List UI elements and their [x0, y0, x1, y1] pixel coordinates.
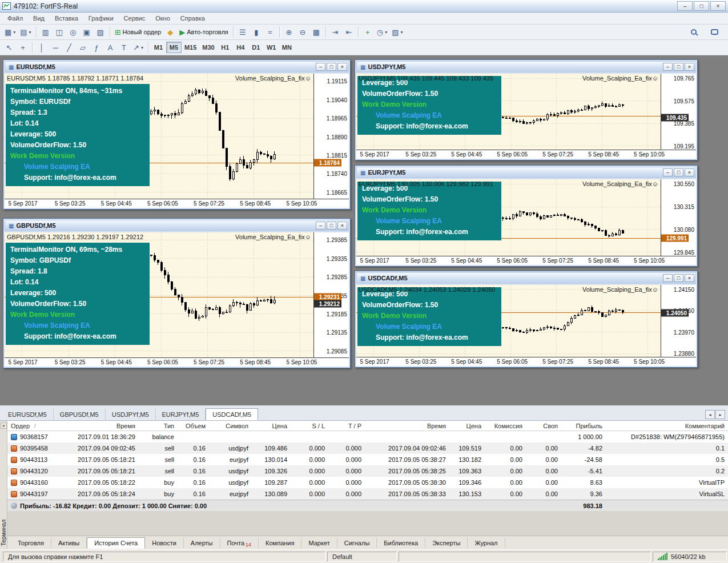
column-header-commission[interactable]: Комиссия	[485, 423, 526, 429]
price-scale[interactable]: 1.241501.240601.239701.238801.24050	[661, 285, 696, 357]
tab-scroll-left-button[interactable]: ◂	[705, 410, 715, 419]
terminal-tab-account-history[interactable]: История Счета	[87, 537, 145, 549]
chart-tab-usdjpyf[interactable]: USDJPYf,M5	[106, 409, 156, 420]
menu-window[interactable]: Окно	[150, 13, 175, 23]
chat-button[interactable]	[707, 26, 721, 38]
chart-close-button[interactable]: ×	[337, 222, 347, 230]
terminal-tab-library[interactable]: Библиотека	[377, 538, 425, 548]
column-header-symbol[interactable]: Символ	[209, 423, 252, 429]
vertical-line-button[interactable]: │	[35, 41, 49, 54]
menu-charts[interactable]: Графики	[83, 13, 119, 23]
column-header-comment[interactable]: Комментарий	[606, 423, 728, 429]
column-header-tp[interactable]: T / P	[328, 423, 365, 429]
chart-close-button[interactable]: ×	[337, 63, 347, 71]
terminal-tab-trade[interactable]: Торговля	[11, 538, 51, 548]
close-button[interactable]: ×	[710, 1, 726, 11]
zoom-out-button[interactable]: ⊖	[296, 26, 309, 38]
chart-maximize-button[interactable]: □	[674, 63, 683, 71]
time-axis[interactable]: 5 Sep 20175 Sep 03:255 Sep 04:455 Sep 06…	[356, 357, 696, 366]
auto-scroll-button[interactable]: ⇥	[328, 26, 342, 38]
bar-chart-button[interactable]: ☰	[236, 26, 250, 38]
timeframe-m15-button[interactable]: M15	[182, 42, 199, 53]
tile-windows-button[interactable]: ▦	[309, 26, 323, 38]
column-header-swap[interactable]: Своп	[526, 423, 561, 429]
chart-close-button[interactable]: ×	[685, 168, 694, 176]
timeframe-d1-button[interactable]: D1	[248, 42, 264, 53]
title-bar[interactable]: 479102: FortFS-Real – □ ×	[0, 0, 728, 13]
search-button[interactable]	[687, 26, 701, 38]
line-chart-button[interactable]: ≈	[263, 26, 277, 38]
horizontal-line-button[interactable]: ─	[49, 41, 62, 54]
zoom-in-button[interactable]: ⊕	[282, 26, 296, 38]
menu-insert[interactable]: Вставка	[50, 13, 83, 23]
candlestick-chart-button[interactable]: ▮	[250, 26, 263, 38]
timeframe-mn-button[interactable]: MN	[279, 42, 295, 53]
chart-minimize-button[interactable]: –	[316, 63, 325, 71]
terminal-tab-market[interactable]: Маркет	[301, 538, 337, 548]
minimize-button[interactable]: –	[677, 1, 693, 11]
column-header-open-time[interactable]: Время	[65, 423, 139, 429]
chart-minimize-button[interactable]: –	[663, 168, 673, 176]
column-header-order[interactable]: Ордер/	[7, 423, 65, 429]
menu-help[interactable]: Справка	[175, 13, 210, 23]
timeframe-w1-button[interactable]: W1	[264, 42, 279, 53]
indicators-button[interactable]: +	[361, 26, 375, 38]
column-header-volume[interactable]: Объем	[178, 423, 209, 429]
chart-tab-eurjpyf[interactable]: EURJPYf,M5	[156, 409, 206, 420]
column-header-close-price[interactable]: Цена	[449, 423, 485, 429]
chart-window-titlebar[interactable]: ▦GBPUSDf,M5–□×	[5, 220, 349, 231]
maximize-button[interactable]: □	[694, 1, 709, 11]
terminal-tab-mailbox[interactable]: Почта14	[220, 538, 259, 548]
chart-maximize-button[interactable]: □	[674, 274, 683, 282]
history-row[interactable]: 904431972017.09.05 05:18:24buy0.16eurjpy…	[7, 488, 728, 500]
price-scale[interactable]: 109.765109.575109.385109.195109.435	[661, 74, 696, 150]
cursor-button[interactable]: ↖	[2, 41, 16, 54]
timeframe-h1-button[interactable]: H1	[218, 42, 233, 53]
equidistant-channel-button[interactable]: ▱	[76, 41, 90, 54]
autotrading-button[interactable]: ▶Авто-торговля	[177, 26, 231, 38]
terminal-close-icon[interactable]: ×	[1, 423, 7, 429]
history-row[interactable]: 903954582017.09.04 09:02:45sell0.16usdjp…	[7, 443, 728, 454]
chart-shift-button[interactable]: ⇤	[342, 26, 356, 38]
tab-scroll-right-button[interactable]: ▸	[715, 410, 725, 419]
terminal-tab-journal[interactable]: Журнал	[468, 538, 505, 548]
price-scale[interactable]: 1.293851.293351.292851.292351.291851.291…	[313, 232, 349, 357]
trendline-button[interactable]: ╱	[62, 41, 76, 54]
terminal-tab-signals[interactable]: Сигналы	[337, 538, 377, 548]
chart-window-titlebar[interactable]: ▦EURJPYf,M5–□×	[356, 167, 696, 178]
chart-maximize-button[interactable]: □	[674, 168, 683, 176]
price-scale[interactable]: 1.191151.190401.189651.188901.188151.187…	[313, 74, 349, 199]
terminal-tab-news[interactable]: Новости	[145, 538, 184, 548]
history-row[interactable]: 903681572017.09.01 18:36:29balance1 000.…	[7, 431, 728, 443]
terminal-tab-assets[interactable]: Активы	[51, 538, 87, 548]
arrows-button[interactable]: ↗▾	[131, 41, 146, 54]
timeframe-m1-button[interactable]: M1	[151, 42, 166, 53]
timeframe-h4-button[interactable]: H4	[233, 42, 248, 53]
periods-button[interactable]: ◷▾	[375, 26, 389, 38]
market-watch-button[interactable]: ▥	[39, 26, 53, 38]
price-scale[interactable]: 130.550130.315130.080129.845129.991	[661, 179, 696, 256]
chart-minimize-button[interactable]: –	[316, 222, 325, 230]
history-row[interactable]: 904431202017.09.05 05:18:21sell0.16usdjp…	[7, 465, 728, 477]
metaeditor-button[interactable]: ◆	[163, 26, 177, 38]
text-button[interactable]: A	[103, 41, 117, 54]
column-header-open-price[interactable]: Цена	[252, 423, 291, 429]
terminal-tab-alerts[interactable]: Алерты	[184, 538, 220, 548]
chart-window-titlebar[interactable]: ▦EURUSDf,M5–□×	[5, 61, 349, 73]
menu-file[interactable]: Файл	[2, 13, 28, 23]
strategy-tester-button[interactable]: ▧	[94, 26, 107, 38]
history-row[interactable]: 904431132017.09.05 05:18:21sell0.16eurjp…	[7, 454, 728, 465]
terminal-tab-company[interactable]: Компания	[259, 538, 301, 548]
chart-window-titlebar[interactable]: ▦USDCADf,M5–□×	[356, 272, 696, 284]
fibonacci-button[interactable]: ƒ	[90, 41, 103, 54]
menu-tools[interactable]: Сервис	[119, 13, 151, 23]
column-header-type[interactable]: Тип	[139, 423, 178, 429]
time-axis[interactable]: 5 Sep 20175 Sep 03:255 Sep 04:455 Sep 06…	[5, 357, 349, 367]
data-window-button[interactable]: ◫	[53, 26, 66, 38]
chart-tab-eurusdf[interactable]: EURUSDf,M5	[2, 409, 54, 420]
chart-tab-usdcadf[interactable]: USDCADf,M5	[206, 408, 258, 420]
terminal-panel-button[interactable]: ▣	[80, 26, 94, 38]
chart-maximize-button[interactable]: □	[327, 222, 336, 230]
chart-maximize-button[interactable]: □	[327, 63, 336, 71]
status-profile-selector[interactable]: Default	[327, 552, 397, 562]
